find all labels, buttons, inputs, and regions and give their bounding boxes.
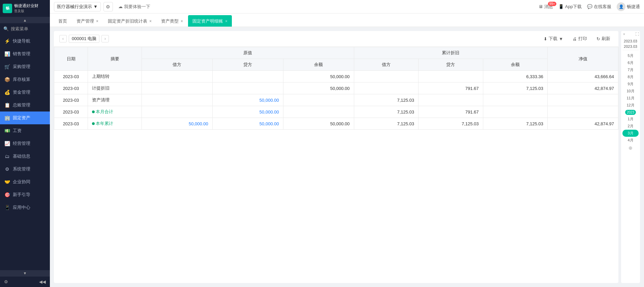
col-summary: 摘要 xyxy=(88,47,142,71)
sidebar-item-quick-nav[interactable]: ⚡ 快捷导航 xyxy=(0,35,50,47)
cell-orig-debit xyxy=(142,83,213,94)
tab-close-asset-management[interactable]: × xyxy=(96,19,98,24)
timeline-month-10[interactable]: 10月 xyxy=(622,88,639,95)
cell-date: 2023-03 xyxy=(54,83,88,94)
app-center-icon: 📱 xyxy=(4,204,10,211)
sidebar-collapse-button[interactable]: ◀◀ xyxy=(39,279,46,284)
timeline-month-9[interactable]: 9月 xyxy=(622,81,639,88)
cell-orig-debit xyxy=(142,106,213,118)
sidebar-item-ledger[interactable]: 📋 总账管理 xyxy=(0,99,50,111)
sidebar-item-inventory[interactable]: 📦 库存核算 xyxy=(0,73,50,86)
timeline-month-5[interactable]: 5月 xyxy=(622,52,639,59)
timeline-scroll-down[interactable]: ⊕ xyxy=(622,144,639,152)
user-menu[interactable]: 👤 畅捷通 xyxy=(617,2,640,11)
support-button[interactable]: 💬 在线客服 xyxy=(587,4,611,10)
cell-net-value xyxy=(548,106,618,118)
sidebar-item-enterprise[interactable]: 🤝 企业协同 xyxy=(0,176,50,188)
sidebar-scroll-up[interactable]: ▲ xyxy=(0,17,50,23)
sidebar-item-system[interactable]: ⚙ 系统管理 xyxy=(0,163,50,176)
sidebar-item-sales[interactable]: 📊 销售管理 xyxy=(0,47,50,60)
cell-dep-balance xyxy=(483,94,548,106)
timeline-month-12[interactable]: 12月 xyxy=(622,102,639,109)
year-badge[interactable]: 2023 xyxy=(625,110,636,115)
sidebar-item-guide[interactable]: 🎯 新手引导 xyxy=(0,188,50,201)
sidebar-search-button[interactable]: 🔍 搜索菜单 xyxy=(0,23,50,35)
sidebar-item-basic[interactable]: 🗂 基础信息 xyxy=(0,150,50,163)
prev-asset-button[interactable]: ‹ xyxy=(59,35,67,42)
timeline-month-1[interactable]: 1月 xyxy=(622,116,639,123)
cell-net-value: 42,874.97 xyxy=(548,83,618,94)
print-button[interactable]: 🖨 打印 xyxy=(570,34,590,43)
user-avatar-icon: 👤 xyxy=(619,4,624,9)
system-icon: ⚙ xyxy=(4,166,10,172)
col-original-value: 原值 xyxy=(142,47,354,59)
asset-code-tag: 000001 电脑 xyxy=(69,35,99,43)
sidebar-item-payroll[interactable]: 💵 工资 xyxy=(0,124,50,137)
app-download-button[interactable]: 📱 App下载 xyxy=(558,4,582,10)
timeline-year-header-2[interactable]: 2023.03 xyxy=(622,44,639,49)
refresh-icon: ↻ xyxy=(596,36,600,41)
notifications-button[interactable]: 🖥 消息 99+ xyxy=(539,4,553,10)
avatar: 👤 xyxy=(617,2,625,11)
sidebar-header: 畅 畅捷通好业财 普及版 xyxy=(0,0,50,17)
timeline-month-4[interactable]: 4月 xyxy=(622,137,639,144)
timeline-month-3[interactable]: 3月 xyxy=(622,130,639,137)
col-orig-credit: 贷方 xyxy=(212,59,283,71)
sidebar: 畅 畅捷通好业财 普及版 ▲ 🔍 搜索菜单 ⚡ 快捷导航 📊 销售管理 🛒 采购… xyxy=(0,0,50,287)
tab-home[interactable]: 首页 xyxy=(54,15,71,27)
timeline-month-11[interactable]: 11月 xyxy=(622,95,639,102)
finance-icon: 💰 xyxy=(4,89,10,95)
sidebar-settings-button[interactable]: ⚙ xyxy=(4,279,8,284)
timeline-close-button[interactable]: × xyxy=(621,31,627,37)
next-asset-button[interactable]: › xyxy=(101,35,109,42)
cell-orig-balance: 50,000.00 xyxy=(283,83,354,94)
sidebar-scroll-down[interactable]: ▼ xyxy=(0,270,50,276)
cell-orig-balance xyxy=(283,106,354,118)
download-button[interactable]: ⬇ 下载 ▼ xyxy=(541,34,566,43)
sidebar-item-operations[interactable]: 📈 经营管理 xyxy=(0,137,50,150)
timeline-year-header-1[interactable]: 2023.03 xyxy=(622,38,639,44)
collapse-icon: ◀◀ xyxy=(39,279,46,284)
cell-summary: 上期结转 xyxy=(88,71,142,83)
topbar-settings-button[interactable]: ⚙ xyxy=(103,2,113,11)
sales-icon: 📊 xyxy=(4,51,10,57)
timeline-header: 2023.03 2023.03 xyxy=(621,37,640,49)
settings-footer-icon: ⚙ xyxy=(4,279,8,284)
tab-close-asset-type[interactable]: × xyxy=(181,19,183,24)
refresh-button[interactable]: ↻ 刷新 xyxy=(594,34,613,43)
tab-asset-type[interactable]: 资产类型 × xyxy=(157,15,187,27)
tab-close-asset-detail[interactable]: × xyxy=(225,19,227,24)
tab-asset-detail[interactable]: 固定资产明细账 × xyxy=(188,15,232,27)
table-container: 日期 摘要 原值 累计折旧 净值 借方 贷方 余额 借方 贷方 余额 xyxy=(54,47,618,283)
cell-orig-credit: 50,000.00 xyxy=(212,118,283,130)
cell-orig-balance: 50,000.00 xyxy=(283,118,354,130)
timeline-month-8[interactable]: 8月 xyxy=(622,73,639,81)
asset-navigator: ‹ 000001 电脑 › xyxy=(59,35,109,43)
timeline-expand-button[interactable]: ⛶ xyxy=(634,31,640,37)
tab-asset-management[interactable]: 资产管理 × xyxy=(72,15,103,27)
panel-header: ‹ 000001 电脑 › ⬇ 下载 ▼ 🖨 xyxy=(54,31,618,47)
sidebar-item-app-center[interactable]: 📱 应用中心 xyxy=(0,201,50,214)
col-orig-debit: 借方 xyxy=(142,59,213,71)
timeline-month-2[interactable]: 2月 xyxy=(622,123,639,130)
cell-summary: 计提折旧 xyxy=(88,83,142,94)
sidebar-item-purchase[interactable]: 🛒 采购管理 xyxy=(0,60,50,73)
search-icon: 🔍 xyxy=(3,26,9,31)
ledger-table: 日期 摘要 原值 累计折旧 净值 借方 贷方 余额 借方 贷方 余额 xyxy=(54,47,618,130)
sidebar-item-fixed-assets[interactable]: 🏢 固定资产 xyxy=(0,111,50,124)
panel-actions: ⬇ 下载 ▼ 🖨 打印 ↻ 刷新 xyxy=(541,34,613,43)
tab-depreciation-table[interactable]: 固定资产折旧统计表 × xyxy=(103,15,156,27)
experience-icon: ☁ xyxy=(118,4,123,9)
project-selector[interactable]: 医疗器械行业演示 ▼ xyxy=(54,2,101,11)
cell-date: 2023-03 xyxy=(54,106,88,118)
cell-date: 2023-03 xyxy=(54,71,88,83)
timeline-month-7[interactable]: 7月 xyxy=(622,66,639,73)
cell-net-value: 43,666.64 xyxy=(548,71,618,83)
experience-button[interactable]: ☁ 我要体验一下 xyxy=(118,4,150,10)
timeline-month-6[interactable]: 6月 xyxy=(622,59,639,66)
inventory-icon: 📦 xyxy=(4,76,10,83)
tab-close-depreciation-table[interactable]: × xyxy=(149,19,152,24)
sidebar-item-finance[interactable]: 💰 资金管理 xyxy=(0,86,50,99)
cell-orig-balance: 50,000.00 xyxy=(283,71,354,83)
table-row: 2023-03 资产清理 50,000.00 7,125.03 xyxy=(54,94,618,106)
